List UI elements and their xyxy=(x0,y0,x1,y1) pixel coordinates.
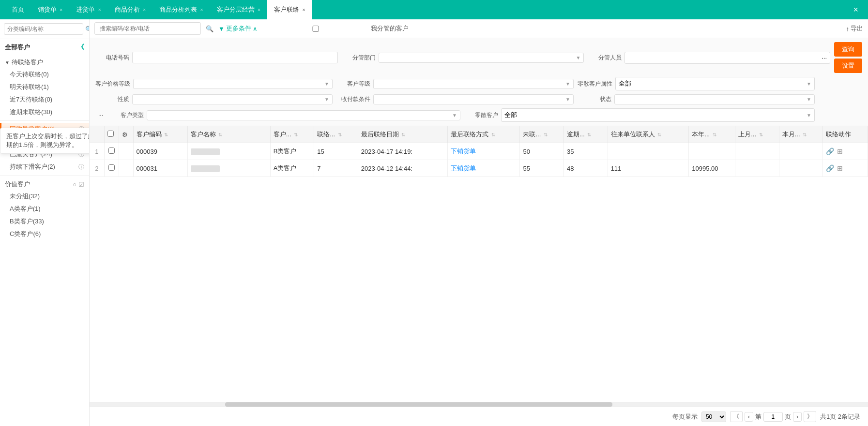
sidebar-item-class-b[interactable]: B类客户(33) xyxy=(0,215,89,228)
col-customer-name[interactable]: 客户名称 ⇅ xyxy=(187,126,270,143)
first-page-button[interactable]: 《 xyxy=(730,411,743,422)
settings-button[interactable]: 设置 xyxy=(834,59,862,73)
row-this-month-1 xyxy=(779,143,823,160)
row-checkbox-2[interactable] xyxy=(104,160,119,177)
close-icon[interactable]: × xyxy=(60,7,62,13)
value-group-header[interactable]: 价值客户 ○ ☑ xyxy=(0,177,89,190)
search-icon[interactable]: 🔍 xyxy=(206,25,213,32)
window-close-button[interactable]: × xyxy=(848,5,863,15)
grid-action-icon[interactable]: ⊞ xyxy=(837,147,843,155)
status-select[interactable]: ▼ xyxy=(614,94,815,104)
my-customers-checkbox-input[interactable] xyxy=(262,26,369,32)
col-settings[interactable]: ⚙ xyxy=(119,126,133,143)
nav-item-sales[interactable]: 销货单 × xyxy=(31,0,69,19)
h-scrollbar[interactable] xyxy=(90,402,868,407)
all-customers-label: 全部客户 xyxy=(5,43,30,52)
col-customer-class[interactable]: 客户... ⇅ xyxy=(270,126,314,143)
nav-item-purchase[interactable]: 进货单 × xyxy=(69,0,107,19)
close-icon[interactable]: × xyxy=(258,7,260,13)
category-search-input[interactable] xyxy=(4,23,83,35)
col-unit-contacts[interactable]: 往来单位联系人 ⇅ xyxy=(608,126,689,143)
close-icon[interactable]: × xyxy=(98,7,101,13)
nature-select[interactable]: ▼ xyxy=(132,94,333,104)
export-button[interactable]: ↑ 导出 xyxy=(846,24,864,33)
col-contact-count[interactable]: 联络... ⇅ xyxy=(314,126,358,143)
col-this-month[interactable]: 本月... ⇅ xyxy=(779,126,823,143)
total-records-label: 共1页 2条记录 xyxy=(820,412,860,421)
sidebar-item-class-c[interactable]: C类客户(6) xyxy=(0,228,89,240)
phone-input[interactable] xyxy=(132,52,338,63)
row-checkbox-1[interactable] xyxy=(104,143,119,160)
sidebar-item-unclassified[interactable]: 未分组(32) xyxy=(0,190,89,203)
close-icon[interactable]: × xyxy=(302,7,305,13)
row-select-checkbox[interactable] xyxy=(108,164,115,171)
more-conditions-btn[interactable]: ▼ 更多条件 ∧ xyxy=(218,24,258,33)
row-name-1 xyxy=(187,143,270,160)
sidebar-item-7days-pending[interactable]: 近7天待联络(0) xyxy=(0,93,89,106)
col-last-month[interactable]: 上月... ⇅ xyxy=(735,126,779,143)
caret-icon: ∧ xyxy=(253,25,258,32)
sidebar-item-declining[interactable]: 持续下滑客户(2) ⓘ xyxy=(0,161,89,173)
col-last-contact-date[interactable]: 最后联络日期 ⇅ xyxy=(358,126,447,143)
grid-action-icon[interactable]: ⊞ xyxy=(837,164,843,172)
dept-select[interactable]: ▼ xyxy=(379,53,584,63)
col-customer-code[interactable]: 客户编码 ⇅ xyxy=(133,126,187,143)
row-actions-1: 🔗 ⊞ xyxy=(823,143,868,160)
row-this-year-2: 10995.00 xyxy=(689,160,735,177)
collapse-icon[interactable]: 《 xyxy=(77,43,84,52)
row-class-2: A类客户 xyxy=(270,160,314,177)
sidebar-item-today-pending[interactable]: 今天待联络(0) xyxy=(0,68,89,81)
col-checkbox[interactable] xyxy=(104,126,119,143)
col-not-contact[interactable]: 未联... ⇅ xyxy=(520,126,564,143)
last-page-button[interactable]: 》 xyxy=(804,411,816,422)
sidebar-item-overdue-pending[interactable]: 逾期未联络(30) xyxy=(0,106,89,118)
row-contact-2: 7 xyxy=(314,160,358,177)
close-icon[interactable]: × xyxy=(143,7,146,13)
nav-item-product-analysis[interactable]: 商品分析 × xyxy=(108,0,152,19)
select-all-checkbox[interactable] xyxy=(107,131,114,137)
page-number-input[interactable] xyxy=(763,412,783,422)
per-page-select[interactable]: 50 20 100 xyxy=(701,411,726,422)
price-grade-select[interactable]: ▼ xyxy=(133,79,333,89)
prev-page-button[interactable]: ‹ xyxy=(745,412,753,422)
close-icon[interactable]: × xyxy=(200,7,203,13)
payment-select[interactable]: ▼ xyxy=(373,94,574,104)
nav-item-home[interactable]: 首页 xyxy=(5,0,31,19)
pending-group-header[interactable]: ▼ 待联络客户 xyxy=(0,56,89,68)
page-suffix-label: 页 xyxy=(785,412,791,421)
next-page-button[interactable]: › xyxy=(793,412,802,422)
search-input[interactable] xyxy=(94,22,201,35)
nav-item-customer-contact[interactable]: 客户联络 × xyxy=(267,0,312,19)
col-last-contact-method[interactable]: 最后联络方式 ⇅ xyxy=(448,126,520,143)
nav-item-customer-tier[interactable]: 客户分层经营 × xyxy=(210,0,267,19)
customer-type-select[interactable]: ▼ xyxy=(147,110,460,120)
retail-select[interactable]: 全部 ▼ xyxy=(501,108,815,122)
manager-input[interactable]: ··· xyxy=(624,52,830,64)
col-index xyxy=(90,126,104,143)
row-last-date-1: 2023-04-17 14:19: xyxy=(358,143,447,160)
search-icon[interactable]: 🔍 xyxy=(85,26,90,33)
link-icon[interactable]: 🔗 xyxy=(826,147,834,155)
edit-icon[interactable]: ☑ xyxy=(78,181,84,188)
col-overdue[interactable]: 逾期... ⇅ xyxy=(563,126,608,143)
page-prefix-label: 第 xyxy=(755,412,761,421)
my-customers-checkbox[interactable]: 我分管的客户 xyxy=(262,24,409,33)
row-last-method-2[interactable]: 下销货单 xyxy=(448,160,520,177)
phone-label: 电话号码 xyxy=(95,54,129,62)
sort-icon: ⇅ xyxy=(401,132,405,137)
query-button[interactable]: 查询 xyxy=(834,42,862,57)
sidebar-item-class-a[interactable]: A类客户(1) xyxy=(0,203,89,215)
retail-attr-select[interactable]: 全部 ▼ xyxy=(615,77,815,90)
row-last-method-1[interactable]: 下销货单 xyxy=(448,143,520,160)
row-select-checkbox[interactable] xyxy=(108,147,115,154)
sidebar-item-tomorrow-pending[interactable]: 明天待联络(1) xyxy=(0,81,89,93)
h-scroll-thumb[interactable] xyxy=(225,402,612,407)
row-contact-1: 15 xyxy=(314,143,358,160)
col-this-year[interactable]: 本年... ⇅ xyxy=(689,126,735,143)
customer-grade-select[interactable]: ▼ xyxy=(373,79,574,89)
more-dots-btn[interactable]: ··· xyxy=(95,110,106,120)
circle-icon[interactable]: ○ xyxy=(73,181,76,188)
nav-item-product-analysis-list[interactable]: 商品分析列表 × xyxy=(152,0,210,19)
link-icon[interactable]: 🔗 xyxy=(826,164,834,172)
row-class-1: B类客户 xyxy=(270,143,314,160)
